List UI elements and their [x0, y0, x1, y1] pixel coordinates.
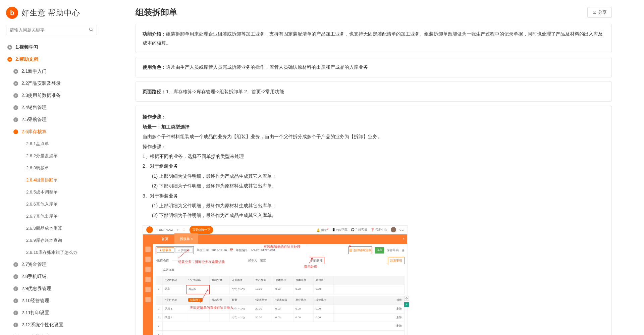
intro-label: 功能介绍： — [143, 31, 166, 37]
nav-l3-10[interactable]: 2.6.10库存账本错了怎么办 — [6, 246, 97, 259]
ss-save-btn: 保存 — [375, 247, 384, 254]
nav-l2-2[interactable]: +2.2产品安装及登录 — [6, 77, 97, 90]
steps-block: 操作步骤： 场景一：加工类型选择 当由多个子件材料组装成一个成品的业务为【组装】… — [136, 106, 612, 335]
step3-2: (2) 下部明细为子件明细，最终作为产成品生成其它入库单。 — [143, 211, 605, 220]
logo-icon: b — [6, 7, 18, 19]
menu-icon — [145, 257, 151, 262]
nav-l2-4[interactable]: +2.4销售管理 — [6, 102, 97, 114]
ss-logo-icon — [146, 226, 153, 233]
plus-icon: + — [13, 69, 18, 74]
brand-row: b 好生意 帮助中心 — [6, 7, 97, 19]
step2-2: (2) 下部明细为子件明细，最终作为原材料生成其它出库单。 — [143, 181, 605, 191]
brand-title: 好生意 帮助中心 — [21, 8, 80, 18]
nav-l1-docs[interactable]: −2.帮助文档 — [6, 53, 97, 65]
nav-l3-4[interactable]: 2.6.4组装拆卸单 — [6, 174, 97, 186]
ss-top-right: 🔔 消息9 📱 App下载 🎧 在线客服 ❓ 帮助中心 CC — [316, 226, 404, 233]
share-icon — [592, 10, 596, 14]
expand-icon: ⤢ — [404, 302, 409, 307]
ss-tabs: 首页 拆装单 × × — [143, 234, 407, 244]
ss-sidebar — [143, 244, 153, 335]
nav-l3-2[interactable]: 2.6.2分量盘点单 — [6, 150, 97, 162]
search-icon[interactable] — [89, 27, 94, 33]
nav-l2-11[interactable]: +2.11打印设置 — [6, 307, 97, 319]
calc-icon — [145, 297, 151, 302]
role-card: 使用角色：通常由生产人员或库管人员完成拆装业务的操作，库管人员确认原材料的出库和… — [136, 57, 612, 77]
role-text: 通常由生产人员或库管人员完成拆装业务的操作，库管人员确认原材料的出库和产成品的入… — [166, 64, 368, 70]
plus-icon: + — [13, 311, 18, 315]
embedded-screenshot: TEST-H002 ▾ ♡ 我要体验一下 🔔 消息9 📱 App下载 🎧 在线客… — [143, 225, 408, 335]
scene-title: 场景一：加工类型选择 — [143, 122, 605, 132]
sidebar: b 好生意 帮助中心 +1.视频学习 −2.帮助文档 +2.1新手入门 +2.2… — [0, 0, 103, 335]
ss-parent-table: * 父件名称 * 父件码码 规格型号 计量单位 生产数量 成本单价 成本金额 可… — [156, 276, 405, 294]
nav-l2-12[interactable]: +2.12系统个性化设置 — [6, 319, 97, 331]
minus-icon: − — [7, 57, 12, 62]
path-text: 1、库存核算->库存管理->组装拆卸单 2、首页->常用功能 — [166, 89, 284, 94]
plus-icon: + — [13, 274, 18, 279]
ss-anno4: 无固定清单的直接在这里录入 — [190, 304, 233, 311]
scene-desc: 当由多个子件材料组装成一个成品的业务为【组装】业务，当由一个父件拆分成多个子产品… — [143, 132, 605, 142]
home-icon — [145, 246, 151, 252]
nav-l3-7[interactable]: 2.6.7其他出库单 — [6, 210, 97, 222]
nav-l3-1[interactable]: 2.6.1盘点单 — [6, 138, 97, 150]
ss-tab-form: 拆装单 × — [174, 233, 198, 244]
ss-anno1: 有装配清单的在这里处理 — [264, 243, 301, 250]
step2: 2、对于组装业务 — [143, 161, 605, 171]
svg-point-0 — [90, 28, 92, 31]
search-input[interactable] — [6, 25, 97, 35]
role-label: 使用角色： — [143, 64, 166, 70]
nav-l2-1[interactable]: +2.1新手入门 — [6, 65, 97, 77]
share-button[interactable]: 分享 — [587, 7, 612, 18]
nav-l2-3[interactable]: +2.3使用前数据准备 — [6, 90, 97, 102]
path-card: 页面路径：1、库存核算->库存管理->组装拆卸单 2、首页->常用功能 — [136, 81, 612, 102]
path-label: 页面路径： — [143, 89, 166, 94]
plus-icon: + — [13, 105, 18, 110]
page-title: 组装拆卸单 — [136, 7, 177, 18]
ss-radio-assemble: ● 组装单 — [157, 247, 174, 253]
ss-topbar: TEST-H002 ▾ ♡ 我要体验一下 🔔 消息9 📱 App下载 🎧 在线客… — [143, 226, 407, 234]
nav-l2-7[interactable]: +2.7资金管理 — [6, 259, 97, 271]
search-box — [6, 25, 97, 35]
nav-l2-6[interactable]: −2.6库存核算 — [6, 126, 97, 138]
ss-anno3: 费用处理 — [304, 263, 317, 270]
page-header: 组装拆卸单 分享 — [136, 7, 612, 18]
plus-icon: + — [7, 45, 12, 50]
plus-icon: + — [13, 323, 18, 327]
step3: 3、对于拆装业务 — [143, 191, 605, 201]
close-icon: × — [402, 235, 405, 242]
main-content: 组装拆卸单 分享 功能介绍：组装拆卸单用来处理企业组装或拆卸等加工业务，支持有固… — [103, 0, 644, 335]
avatar-icon — [391, 227, 396, 232]
plus-icon: + — [13, 262, 18, 267]
steps-sub: 操作步骤： — [143, 142, 605, 152]
minus-icon: − — [13, 129, 18, 134]
nav-l3-3[interactable]: 2.6.3调拨单 — [6, 162, 97, 174]
plus-icon: + — [13, 117, 18, 122]
nav-l2-13[interactable]: +2.13在线支付 — [6, 331, 97, 335]
nav-l1-video[interactable]: +1.视频学习 — [6, 41, 97, 53]
ss-radio-disassemble: ○ 拆卸单 — [175, 247, 193, 253]
nav-l2-8[interactable]: +2.8手机旺铺 — [6, 271, 97, 283]
nav-l2-9[interactable]: +2.9优惠券管理 — [6, 283, 97, 295]
gear-icon: ⚙ — [404, 296, 409, 301]
box-icon — [145, 277, 151, 282]
nav-l3-5[interactable]: 2.6.5成本调整单 — [6, 186, 97, 198]
nav-l3-9[interactable]: 2.6.9库存账本查询 — [6, 234, 97, 246]
ss-child-table: * 子件名称 日期月 × 规格型号 数量 *提本单价 *提本金额 单位比例 现价… — [156, 296, 405, 335]
nav-l2-5[interactable]: +2.5采购管理 — [6, 114, 97, 126]
plus-icon: + — [13, 81, 18, 86]
intro-text: 组装拆卸单用来处理企业组装或拆卸等加工业务，支持有固定装配清单的产品加工业务，也… — [143, 31, 603, 46]
plus-icon: + — [13, 93, 18, 98]
ss-tab-home: 首页 — [156, 233, 174, 244]
ss-demo-btn: 我要体验一下 — [190, 226, 213, 234]
step1: 1、根据不同的业务，选择不同单据的类型来处理 — [143, 152, 605, 161]
plus-icon: + — [13, 298, 18, 303]
nav-l3-8[interactable]: 2.6.8商品成本重算 — [6, 222, 97, 234]
step2-1: (1) 上部明细为父件明细，最终作为产成品生成其它入库单； — [143, 171, 605, 181]
ss-body: ● 组装单 ○ 拆卸单 单据日期 2019-12-26 📅 单据编号 AD-20… — [153, 244, 407, 335]
nav-l3-6[interactable]: 2.6.6其他入库单 — [6, 198, 97, 210]
cart-icon — [145, 267, 151, 272]
nav-l2-10[interactable]: +2.10经营管理 — [6, 295, 97, 307]
ss-anno2: 组装业务，拆卸业务在这里切换 — [178, 258, 225, 265]
intro-card: 功能介绍：组装拆卸单用来处理企业组装或拆卸等加工业务，支持有固定装配清单的产品加… — [136, 24, 612, 53]
steps-title: 操作步骤： — [143, 112, 605, 122]
plus-icon: + — [13, 286, 18, 291]
